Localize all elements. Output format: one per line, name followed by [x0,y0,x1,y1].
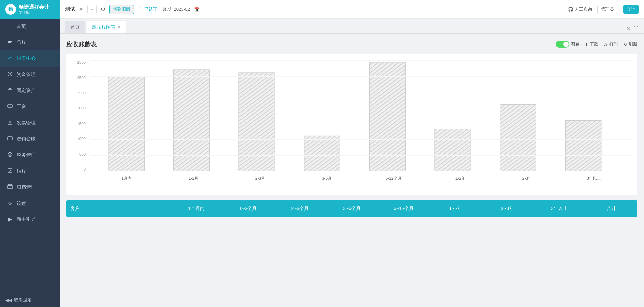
x-label-6-12m: 6-12个月 [384,176,404,181]
sidebar-item-label: 发票管理 [17,120,36,126]
app-version: 专业版 [19,10,49,15]
download-icon: ⬇ [585,42,588,47]
sidebar-item-settings[interactable]: ⚙ 设置 [0,195,60,211]
purchase-icon [7,136,13,142]
svg-rect-0 [8,40,12,40]
svg-rect-26 [369,62,405,171]
switch-version-button[interactable]: 切到旧版 [109,5,134,14]
tax-icon [7,152,13,159]
tab-close-icon[interactable]: ✕ [117,25,121,30]
x-label-2-3m: 2-3月 [250,176,270,181]
grid-line-7 [90,155,631,156]
y-label-base: 0 [84,167,86,171]
user-button[interactable]: 管理员 [597,5,618,14]
x-axis: 1月内 1-2月 2-3月 3-6月 6-12个月 1-2年 2-3年 3年以上 [90,176,631,181]
certified-badge: 🛡 已认证 [138,6,157,12]
sidebar-logo: 畅 畅捷通好会计 专业版 [0,0,60,19]
chart-container: 2500 2500 2500 2000 1500 1000 500 0 [66,54,637,195]
main-area: 测试 ▼ ＋ ⚙ 切到旧版 🛡 已认证 账期 2023-02 📅 🎧 人工咨询 … [60,0,644,307]
guide-icon: ▶ [7,216,13,222]
workspace-dropdown[interactable]: ▼ [79,7,83,12]
sidebar-item-label: 结账 [17,168,26,174]
chart-toggle-label: 图表 [571,41,579,47]
x-label-3y: 3年以上 [584,176,604,181]
toggle-switch-control[interactable] [556,41,569,48]
sidebar-item-purchase[interactable]: 进销台账 [0,131,60,147]
shield-icon: 🛡 [138,7,143,12]
y-label-2500: 2500 [77,60,86,64]
sidebar-item-label: 工资 [17,104,26,110]
sidebar-item-ledger[interactable]: 总账 [0,34,60,50]
ledger-icon [7,39,13,46]
grid-line-2 [90,76,631,77]
calendar-icon[interactable]: 📅 [194,7,200,12]
svg-rect-11 [8,137,12,140]
svg-point-15 [10,155,11,156]
sidebar-item-funds[interactable]: $ 资金管理 [0,67,60,83]
bars-grid-area [90,60,631,171]
x-label-1-2m: 1-2月 [183,176,204,181]
sidebar-nav: ⌂ 首页 总账 报表中心 $ 资金管理 固定资产 [0,19,60,293]
top-nav: 测试 ▼ ＋ ⚙ 切到旧版 🛡 已认证 账期 2023-02 📅 🎧 人工咨询 … [60,0,644,19]
x-label-3-6m: 3-6月 [317,176,337,181]
sidebar-item-close-accounts[interactable]: 结账 [0,163,60,179]
table-header: 客户 1个月内 1~2个月 2~3个月 3~6个月 6~12个月 1~2年 2~… [66,200,637,217]
tab-home[interactable]: 首页 [65,21,85,33]
tab-receivable-aging[interactable]: 应收账龄表 ✕ [87,21,126,33]
table-container: 客户 1个月内 1~2个月 2~3个月 3~6个月 6~12个月 1~2年 2~… [66,200,637,217]
page-title: 应收账龄表 [66,40,97,48]
sidebar-item-label: 设置 [17,201,26,207]
table-header-2-3m: 2~3个月 [274,200,326,217]
sidebar-item-archive[interactable]: 归档管理 [0,179,60,195]
sidebar-item-guide[interactable]: ▶ 新手引导 [0,211,60,227]
svg-rect-27 [435,129,471,171]
settings-icon[interactable]: ⚙ [101,6,105,12]
sidebar-item-salary[interactable]: 工资 [0,99,60,115]
svg-rect-24 [239,73,275,171]
role-button[interactable]: 会计 [623,5,639,14]
sidebar-item-label: 总账 [17,39,26,45]
sidebar-item-tax[interactable]: 税务管理 [0,147,60,163]
grid-line-1 [90,60,631,61]
svg-rect-5 [8,89,12,92]
cancel-fixed-btn[interactable]: ◀◀ 取消固定 [0,293,60,307]
sidebar-item-reports[interactable]: 报表中心 [0,50,60,67]
expand-tab-action-icon[interactable]: ⛶ [633,26,639,32]
assets-icon [7,87,13,94]
pin-icon: ◀◀ [5,298,12,303]
refresh-button[interactable]: ↻ 刷新 [624,41,637,47]
consult-button[interactable]: 🎧 人工咨询 [568,6,592,12]
sidebar-item-label: 进销台账 [17,136,36,142]
print-button[interactable]: 🖨 打印 [604,41,618,47]
app-name: 畅捷通好会计 [19,4,49,10]
table-header-customer: 客户 [66,200,170,217]
download-button[interactable]: ⬇ 下载 [585,41,598,47]
table-header-3y-plus: 3年以上 [534,200,586,217]
sidebar-item-label: 固定资产 [17,88,36,94]
sidebar-item-assets[interactable]: 固定资产 [0,83,60,99]
y-label-1000: 2000 [77,106,86,110]
x-label-1m: 1月内 [117,176,137,181]
sidebar-item-home[interactable]: ⌂ 首页 [0,19,60,34]
svg-rect-25 [304,136,340,171]
logo-icon: 畅 [5,4,16,15]
sidebar-item-label: 新手引导 [17,216,36,222]
sidebar-item-label: 首页 [17,24,26,30]
bars-svg [90,60,631,171]
svg-point-14 [9,154,10,155]
y-label-250: 1000 [77,137,86,141]
grid-line-4 [90,108,631,108]
table-header-1-2m: 1~2个月 [222,200,274,217]
table-header-1m: 1个月内 [170,200,222,217]
sidebar-item-invoice[interactable]: 发票管理 [0,115,60,131]
chart-toggle[interactable]: 图表 [556,41,579,48]
grid-line-5 [90,124,631,124]
add-button[interactable]: ＋ [87,5,97,14]
sidebar-item-label: 归档管理 [17,184,36,190]
topnav-right-section: 🎧 人工咨询 管理员 会计 [568,5,639,14]
svg-rect-23 [173,70,209,171]
headphone-icon: 🎧 [568,7,573,12]
svg-rect-8 [8,120,12,125]
close-tab-action-icon[interactable]: ✕ [626,26,631,32]
print-icon: 🖨 [604,42,608,47]
